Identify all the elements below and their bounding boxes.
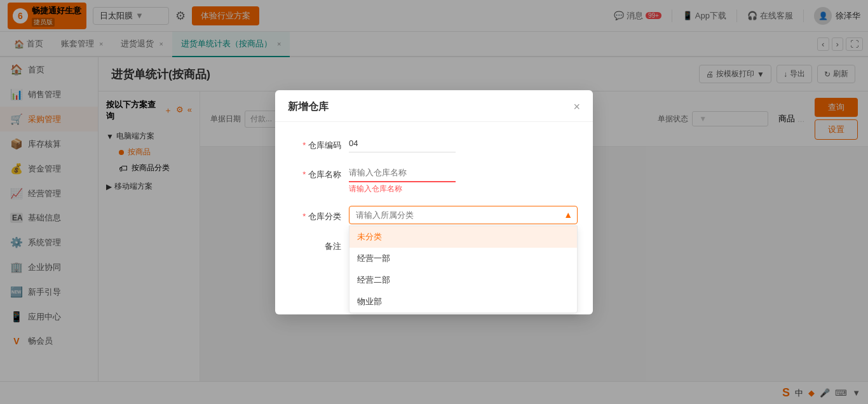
category-dropdown: 未分类 经营一部 经营二部 物业部	[349, 226, 578, 313]
dropdown-item-dept3[interactable]: 物业部	[349, 291, 577, 313]
modal-overlay: 新增仓库 × 仓库编码 仓库名称 请输入仓库名称 仓库分类	[0, 0, 868, 404]
name-input[interactable]	[349, 164, 456, 182]
code-row: 仓库编码	[290, 135, 578, 152]
dropdown-item-dept1[interactable]: 经营一部	[349, 248, 577, 269]
new-warehouse-modal: 新增仓库 × 仓库编码 仓库名称 请输入仓库名称 仓库分类	[275, 90, 593, 314]
code-input[interactable]	[349, 135, 456, 152]
category-input[interactable]	[349, 206, 578, 224]
code-label: 仓库编码	[290, 135, 341, 151]
dropdown-item-dept2[interactable]: 经营二部	[349, 269, 577, 291]
remark-label: 备注	[290, 236, 341, 252]
modal-close-button[interactable]: ×	[573, 100, 580, 114]
name-field: 请输入仓库名称	[349, 164, 578, 194]
modal-body: 仓库编码 仓库名称 请输入仓库名称 仓库分类 ▲	[275, 122, 593, 275]
category-row: 仓库分类 ▲ 未分类 经营一部 经营二部 物业部	[290, 206, 578, 224]
category-field: ▲ 未分类 经营一部 经营二部 物业部	[349, 206, 578, 224]
name-label: 仓库名称	[290, 164, 341, 180]
modal-header: 新增仓库 ×	[275, 90, 593, 122]
name-row: 仓库名称 请输入仓库名称	[290, 164, 578, 194]
modal-title: 新增仓库	[288, 100, 329, 114]
category-label: 仓库分类	[290, 206, 341, 222]
code-field	[349, 135, 578, 152]
dropdown-item-uncategorized[interactable]: 未分类	[349, 226, 577, 248]
name-error-hint: 请输入仓库名称	[349, 184, 578, 194]
